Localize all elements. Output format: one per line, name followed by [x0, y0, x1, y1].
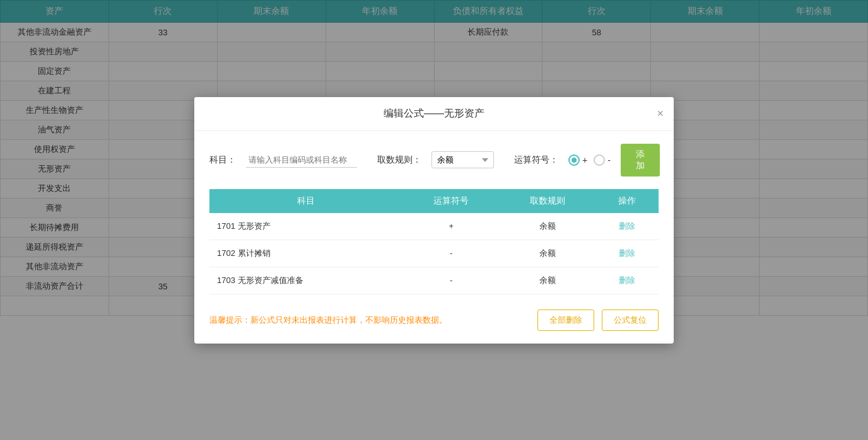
- operator-minus-label: -: [607, 155, 611, 165]
- col-action-header: 操作: [596, 189, 659, 213]
- rule-cell: 余额: [500, 267, 596, 294]
- delete-row-button[interactable]: 删除: [619, 275, 635, 286]
- radio-minus-circle: [594, 154, 605, 166]
- action-cell: 删除: [596, 240, 659, 267]
- action-cell: 删除: [596, 213, 659, 240]
- table-row: 1703 无形资产减值准备 - 余额 删除: [209, 267, 659, 294]
- subject-cell: 1703 无形资产减值准备: [209, 267, 403, 294]
- modal-header: 编辑公式——无形资产 ×: [194, 97, 674, 131]
- subject-cell: 1701 无形资产: [209, 213, 403, 240]
- rule-cell: 余额: [500, 240, 596, 267]
- delete-row-button[interactable]: 删除: [619, 248, 635, 259]
- rule-select[interactable]: 余额 借方 贷方 借方发生额 贷方发生额: [431, 151, 494, 168]
- col-operator-header: 运算符号: [403, 189, 500, 213]
- delete-row-button[interactable]: 删除: [619, 221, 635, 232]
- edit-formula-modal: 编辑公式——无形资产 × 科目： 取数规则： 余额 借方 贷方 借方发生额 贷方…: [194, 97, 674, 344]
- footer-buttons: 全部删除 公式复位: [537, 310, 659, 331]
- modal-overlay: 编辑公式——无形资产 × 科目： 取数规则： 余额 借方 贷方 借方发生额 贷方…: [0, 0, 868, 440]
- table-row: 1701 无形资产 + 余额 删除: [209, 213, 659, 240]
- hint-prefix: 温馨提示：: [209, 315, 250, 325]
- radio-plus-circle: [568, 154, 580, 166]
- rule-select-wrap: 余额 借方 贷方 借方发生额 贷方发生额: [431, 151, 494, 168]
- operator-minus-option[interactable]: -: [594, 154, 611, 166]
- rule-label: 取数规则：: [377, 154, 421, 166]
- close-button[interactable]: ×: [657, 108, 664, 119]
- subject-label: 科目：: [209, 154, 236, 166]
- operator-cell: +: [403, 213, 500, 240]
- operator-label: 运算符号：: [514, 154, 558, 166]
- formula-table: 科目 运算符号 取数规则 操作 1701 无形资产 + 余额 删除 1702 累…: [209, 189, 659, 294]
- operator-cell: -: [403, 267, 500, 294]
- data-table-container: 科目 运算符号 取数规则 操作 1701 无形资产 + 余额 删除 1702 累…: [194, 189, 674, 294]
- action-cell: 删除: [596, 267, 659, 294]
- table-row: 1702 累计摊销 - 余额 删除: [209, 240, 659, 267]
- operator-cell: -: [403, 240, 500, 267]
- col-subject-header: 科目: [209, 189, 403, 213]
- subject-input[interactable]: [246, 153, 357, 168]
- col-rule-header: 取数规则: [500, 189, 596, 213]
- hint-footer: 温馨提示：新公式只对未出报表进行计算，不影响历史报表数据。 全部删除 公式复位: [194, 294, 674, 344]
- table-header-row: 科目 运算符号 取数规则 操作: [209, 189, 659, 213]
- add-button[interactable]: 添加: [621, 144, 660, 177]
- operator-radio-group: + -: [568, 154, 611, 166]
- hint-highlight: 新公式只对未出报表进行计算，不影响历史报表数据。: [250, 315, 447, 325]
- hint-text: 温馨提示：新公式只对未出报表进行计算，不影响历史报表数据。: [209, 315, 447, 326]
- subject-cell: 1702 累计摊销: [209, 240, 403, 267]
- reset-formula-button[interactable]: 公式复位: [602, 310, 659, 331]
- operator-plus-label: +: [582, 155, 587, 165]
- operator-plus-option[interactable]: +: [568, 154, 587, 166]
- form-row: 科目： 取数规则： 余额 借方 贷方 借方发生额 贷方发生额 运算符号： +: [194, 131, 674, 189]
- rule-cell: 余额: [500, 213, 596, 240]
- delete-all-button[interactable]: 全部删除: [537, 310, 594, 331]
- modal-title: 编辑公式——无形资产: [384, 107, 484, 120]
